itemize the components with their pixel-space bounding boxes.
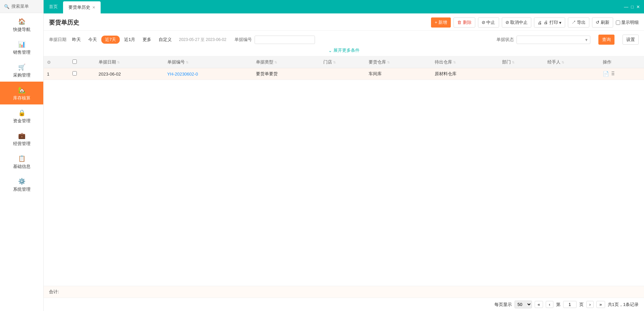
- sidebar-item-label: 采购管理: [13, 72, 31, 78]
- th-doc-type-label: 单据类型: [256, 59, 273, 65]
- sort-icon-doc-number[interactable]: ⇅: [186, 60, 189, 64]
- th-department: 部门 ⇅: [499, 56, 544, 68]
- date-btn-today[interactable]: 今天: [85, 36, 100, 44]
- page-jump-prefix: 第: [556, 302, 560, 308]
- sidebar-item-label: 系统管理: [13, 186, 31, 192]
- tab-requisition-history-label: 要货单历史: [68, 4, 90, 10]
- expand-filter-button[interactable]: ⌄ 展开更多条件: [328, 47, 360, 53]
- sales-icon: 📊: [18, 41, 25, 48]
- settings-button[interactable]: 设置: [623, 35, 639, 45]
- th-pending-warehouse-label: 待出仓库: [435, 59, 452, 65]
- th-department-label: 部门: [502, 59, 511, 65]
- th-actions-label: 操作: [603, 59, 611, 64]
- th-actions: 操作: [599, 56, 644, 68]
- sidebar-item-finance[interactable]: 🔒 资金管理: [0, 104, 43, 127]
- print-chevron-icon: ▾: [559, 20, 561, 25]
- prev-page-button[interactable]: ‹: [546, 301, 553, 308]
- sidebar-item-purchase[interactable]: 🛒 采购管理: [0, 59, 43, 82]
- topbar-right: — □ ✕: [624, 4, 644, 9]
- window-minimize-button[interactable]: —: [624, 4, 628, 9]
- date-filter-group: 单据日期 昨天 今天 近7天 近1月 更多 自定义 2023-05-27 至 2…: [49, 36, 226, 44]
- th-doc-date: 单据日期 ⇅: [95, 56, 164, 68]
- tab-home[interactable]: 首页: [44, 0, 63, 13]
- row-checkbox[interactable]: [72, 71, 77, 76]
- tab-close-icon[interactable]: ✕: [92, 5, 95, 10]
- sidebar-item-label: 资金管理: [13, 118, 31, 124]
- display-detail-toggle[interactable]: 显示明细: [616, 19, 639, 26]
- edit-action-icon[interactable]: 📄: [603, 71, 609, 77]
- doc-status-filter: 单据状态 ▾: [496, 36, 590, 44]
- more-action-icon[interactable]: ⠿: [611, 71, 615, 77]
- display-detail-checkbox[interactable]: [616, 20, 620, 25]
- select-all-checkbox[interactable]: [72, 59, 77, 64]
- delete-button[interactable]: 🗑 删除: [453, 17, 475, 28]
- th-checkbox: [69, 56, 95, 68]
- sidebar-item-basics[interactable]: 📋 基础信息: [0, 150, 43, 173]
- date-btn-yesterday[interactable]: 昨天: [69, 36, 84, 44]
- cancel-stop-button[interactable]: ⊘ 取消中止: [502, 17, 532, 28]
- export-button[interactable]: ↗ 导出: [568, 17, 590, 28]
- toolbar: + 新增 🗑 删除 ⊘ 中止 ⊘ 取消中止 🖨 🖨 打印 ▾ ↗ 导出 ↺ 刷新…: [431, 17, 639, 28]
- main-area: 首页 要货单历史 ✕ — □ ✕ 要货单历史 + 新增 🗑 删除 ⊘ 中止 ⊘ …: [44, 0, 644, 311]
- finance-icon: 🔒: [18, 109, 25, 117]
- th-req-warehouse: 要货仓库 ⇅: [365, 56, 431, 68]
- settings-gear-icon[interactable]: ⚙: [47, 60, 51, 65]
- sort-icon-doc-type[interactable]: ⇅: [274, 60, 277, 64]
- print-icon: 🖨: [538, 20, 542, 25]
- first-page-button[interactable]: «: [535, 301, 543, 308]
- th-doc-type: 单据类型 ⇅: [253, 56, 320, 68]
- total-info: 共1页，1条记录: [608, 302, 639, 308]
- th-store: 门店 ⇅: [320, 56, 365, 68]
- doc-status-input[interactable]: [517, 36, 590, 44]
- sidebar-item-quick-nav[interactable]: 🏠 快捷导航: [0, 13, 43, 36]
- basics-icon: 📋: [18, 155, 25, 162]
- date-btn-custom[interactable]: 自定义: [156, 36, 175, 44]
- doc-number-input[interactable]: [255, 36, 315, 44]
- th-doc-number-label: 单据编号: [167, 59, 185, 65]
- sidebar-search[interactable]: 🔍 搜索菜单: [0, 0, 43, 13]
- page-size-select[interactable]: 50 10 20 100: [515, 301, 532, 308]
- cell-actions: 📄 ⠿: [599, 68, 644, 80]
- page-header: 要货单历史 + 新增 🗑 删除 ⊘ 中止 ⊘ 取消中止 🖨 🖨 打印 ▾ ↗ 导…: [44, 13, 644, 31]
- date-btn-7days[interactable]: 近7天: [101, 36, 120, 44]
- th-settings: ⚙: [44, 56, 69, 68]
- sidebar-search-label: 搜索菜单: [11, 3, 29, 9]
- cell-no: 1: [44, 68, 69, 80]
- doc-number-link[interactable]: YH-20230602-0: [167, 72, 198, 77]
- table-header-row: ⚙ 单据日期 ⇅ 单据编号: [44, 56, 644, 68]
- sidebar-item-operations[interactable]: 💼 经营管理: [0, 127, 43, 150]
- page-number-input[interactable]: [563, 301, 577, 308]
- window-close-button[interactable]: ✕: [636, 4, 640, 9]
- display-detail-label: 显示明细: [621, 19, 639, 26]
- date-btn-more[interactable]: 更多: [140, 36, 154, 44]
- sidebar-item-sales[interactable]: 📊 销售管理: [0, 36, 43, 59]
- sidebar-item-system[interactable]: ⚙️ 系统管理: [0, 173, 43, 196]
- operations-icon: 💼: [18, 132, 25, 139]
- th-pending-warehouse: 待出仓库 ⇅: [431, 56, 499, 68]
- query-button[interactable]: 查询: [598, 35, 614, 45]
- print-button[interactable]: 🖨 🖨 打印 ▾: [534, 17, 565, 28]
- cell-doc-type: 要货单要货: [253, 68, 320, 80]
- sort-icon-pending-warehouse[interactable]: ⇅: [453, 60, 456, 64]
- sort-icon-req-warehouse[interactable]: ⇅: [387, 60, 390, 64]
- sidebar-item-label: 经营管理: [13, 141, 31, 147]
- date-btn-1month[interactable]: 近1月: [121, 36, 138, 44]
- sort-icon-store[interactable]: ⇅: [333, 60, 336, 64]
- sort-icon-department[interactable]: ⇅: [512, 60, 515, 64]
- expand-icon: ⌄: [328, 48, 332, 53]
- sort-icon-handler[interactable]: ⇅: [561, 60, 564, 64]
- last-page-button[interactable]: »: [596, 301, 605, 308]
- refresh-button[interactable]: ↺ 刷新: [592, 17, 613, 28]
- search-icon: 🔍: [4, 4, 9, 9]
- next-page-button[interactable]: ›: [586, 301, 594, 308]
- window-maximize-button[interactable]: □: [631, 4, 634, 9]
- th-store-label: 门店: [323, 59, 332, 65]
- tab-requisition-history[interactable]: 要货单历史 ✕: [63, 1, 101, 13]
- purchase-icon: 🛒: [18, 63, 25, 71]
- expand-label: 展开更多条件: [333, 47, 360, 53]
- sidebar-item-inventory[interactable]: 🏡 库存核算: [0, 82, 43, 104]
- new-button[interactable]: + 新增: [431, 17, 451, 28]
- sort-icon-doc-date[interactable]: ⇅: [117, 60, 120, 64]
- doc-status-label: 单据状态: [496, 37, 514, 43]
- stop-button[interactable]: ⊘ 中止: [478, 17, 499, 28]
